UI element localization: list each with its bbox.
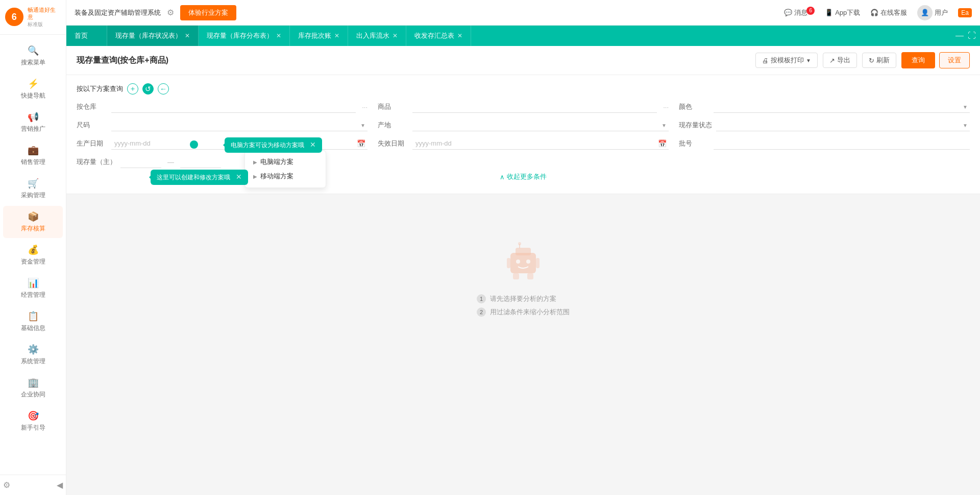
topbar-right: 💬 消息 6 📱 App下载 🎧 在线客服 👤 用户 Ea [784, 5, 972, 20]
print-btn[interactable]: 🖨 按模板打印 ▼ [755, 53, 818, 68]
expiry-date-label: 失效日期 [378, 139, 408, 148]
empty-state: 1 请先选择要分析的方案 2 用过滤条件来缩小分析范围 [66, 194, 980, 358]
warehouse-label: 按仓库 [77, 102, 107, 111]
scheme-item-pc[interactable]: ▶ 电脑端方案 [251, 155, 320, 169]
warehouse-input[interactable] [111, 101, 356, 113]
filter-header: 按以下方案查询 ＋ ↺ ← ▶ 电脑端方案 ▶ 移动端方案 [77, 83, 970, 95]
filter-row-batch-no: 批号 [679, 137, 970, 150]
refresh-label: 刷新 [876, 56, 890, 65]
inventory-status-select[interactable] [716, 119, 970, 131]
color-select[interactable] [714, 101, 970, 113]
tab-home[interactable]: 首页 [66, 26, 107, 46]
scheme-tooltip-1: 电脑方案可设为移动方案哦 ✕ [225, 137, 322, 153]
export-btn[interactable]: ↗ 导出 [823, 53, 857, 68]
tab-spacer [471, 26, 951, 46]
stock-main-input-min[interactable] [120, 156, 161, 168]
page-title: 现存量查询(按仓库+商品) [77, 55, 168, 66]
marketing-icon: 📢 [28, 111, 39, 123]
page-actions: 🖨 按模板打印 ▼ ↗ 导出 ↻ 刷新 查询 设置 [755, 52, 970, 68]
trial-btn[interactable]: 体验行业方案 [180, 5, 236, 20]
tab-recv-summary[interactable]: 收发存汇总表 ✕ [406, 26, 471, 46]
tab-batch-ledger-label: 库存批次账 [298, 31, 331, 40]
collapse-sidebar-icon[interactable]: ◀ [57, 480, 63, 490]
tab-close-icon[interactable]: ✕ [334, 32, 339, 39]
tab-maximize-icon[interactable]: ⛶ [968, 31, 976, 40]
logo-area: 6 畅通道好生意 标准版 [0, 0, 66, 35]
origin-select[interactable] [412, 119, 669, 131]
user-btn[interactable]: 👤 用户 [917, 5, 948, 20]
refresh-btn[interactable]: ↻ 刷新 [862, 53, 896, 68]
tab-close-icon[interactable]: ✕ [276, 32, 281, 39]
sidebar-item-enterprise[interactable]: 🏢 企业协同 [3, 372, 63, 404]
message-btn[interactable]: 💬 消息 6 [784, 8, 815, 17]
stock-main-input-max[interactable] [180, 156, 221, 168]
tooltip-text-1: 电脑方案可设为移动方案哦 [231, 142, 304, 149]
sales-icon: 💼 [28, 145, 39, 156]
empty-illustration [498, 235, 549, 286]
app-download-btn[interactable]: 📱 App下载 [825, 8, 860, 17]
size-select[interactable] [111, 119, 368, 131]
sidebar-item-quick-nav[interactable]: ⚡ 快捷导航 [3, 73, 63, 105]
settings-icon[interactable]: ⚙ [3, 480, 10, 490]
sidebar-item-inventory[interactable]: 📦 库存核算 [3, 206, 63, 238]
msg-label: 消息 [794, 8, 807, 17]
basic-info-icon: 📋 [28, 311, 39, 322]
tab-batch-ledger[interactable]: 库存批次账 ✕ [290, 26, 348, 46]
sidebar-item-guide[interactable]: 🎯 新手引导 [3, 405, 63, 437]
collapse-label: 收起更多条件 [507, 172, 547, 181]
back-scheme-btn[interactable]: ← [158, 83, 169, 95]
tab-minimize-icon[interactable]: — [955, 31, 964, 40]
export-icon: ↗ [829, 57, 835, 64]
app-badge: 标准版 [28, 21, 61, 28]
filter-row-size: 尺码 ▼ [77, 119, 368, 131]
purchase-icon: 🛒 [28, 178, 39, 189]
refresh-icon: ↻ [869, 57, 874, 64]
tab-close-icon[interactable]: ✕ [457, 32, 462, 39]
tabbar: 首页 现存量（库存状况表） ✕ 现存量（库存分布表） ✕ 库存批次账 ✕ 出入库… [66, 26, 980, 46]
tooltip-close-2[interactable]: ✕ [236, 173, 242, 181]
sidebar-item-marketing[interactable]: 📢 营销推广 [3, 106, 63, 138]
sidebar-item-label: 企业协同 [21, 390, 45, 399]
calendar-icon[interactable]: 📅 [357, 139, 365, 148]
system-settings-icon[interactable]: ⚙ [167, 8, 174, 17]
tooltip-text-2: 这里可以创建和修改方案哦 [157, 174, 230, 181]
tab-close-icon[interactable]: ✕ [185, 32, 190, 39]
add-scheme-btn[interactable]: ＋ [127, 83, 138, 95]
sidebar-item-system[interactable]: ⚙️ 系统管理 [3, 339, 63, 371]
query-btn[interactable]: 查询 [901, 52, 935, 68]
stock-main-label: 现存量（主） [77, 157, 116, 167]
filter-row-color: 颜色 ▼ [679, 101, 970, 113]
batch-no-input[interactable] [714, 137, 970, 150]
sidebar-item-operations[interactable]: 📊 经营管理 [3, 272, 63, 304]
goods-dots[interactable]: ··· [663, 103, 669, 111]
sidebar-item-search[interactable]: 🔍 搜索菜单 [3, 40, 63, 72]
tab-inout-flow[interactable]: 出入库流水 ✕ [348, 26, 406, 46]
warehouse-dots[interactable]: ··· [362, 103, 368, 111]
svg-point-2 [516, 260, 520, 264]
svg-rect-7 [536, 258, 540, 268]
expiry-date-input[interactable] [412, 137, 669, 150]
svg-rect-1 [516, 248, 531, 255]
sidebar-item-basic-info[interactable]: 📋 基础信息 [3, 305, 63, 338]
scheme-item-mobile[interactable]: ▶ 移动端方案 [251, 169, 320, 183]
sidebar-item-finance[interactable]: 💰 资金管理 [3, 239, 63, 271]
sidebar-item-label: 新手引导 [21, 423, 45, 432]
setting-btn[interactable]: 设置 [939, 52, 970, 68]
chevron-right-icon: ▶ [253, 159, 257, 165]
sidebar-item-purchase[interactable]: 🛒 采购管理 [3, 173, 63, 205]
svg-rect-8 [513, 273, 519, 279]
goods-input[interactable] [412, 101, 657, 113]
refresh-scheme-btn[interactable]: ↺ [142, 83, 154, 95]
calendar-icon[interactable]: 📅 [658, 139, 667, 148]
print-label: 按模板打印 [771, 56, 804, 65]
tooltip-close-1[interactable]: ✕ [310, 140, 316, 149]
tab-inventory-dist[interactable]: 现存量（库存分布表） ✕ [199, 26, 290, 46]
online-support-btn[interactable]: 🎧 在线客服 [870, 8, 907, 17]
system-name: 装备及固定资产辅助管理系统 [75, 8, 161, 17]
avatar: 👤 [917, 5, 933, 20]
tab-close-icon[interactable]: ✕ [393, 32, 398, 39]
sidebar-item-sales[interactable]: 💼 销售管理 [3, 139, 63, 172]
phone-icon: 📱 [825, 9, 833, 16]
tab-inventory-status[interactable]: 现存量（库存状况表） ✕ [107, 26, 199, 46]
sidebar-item-label: 经营管理 [21, 291, 45, 299]
